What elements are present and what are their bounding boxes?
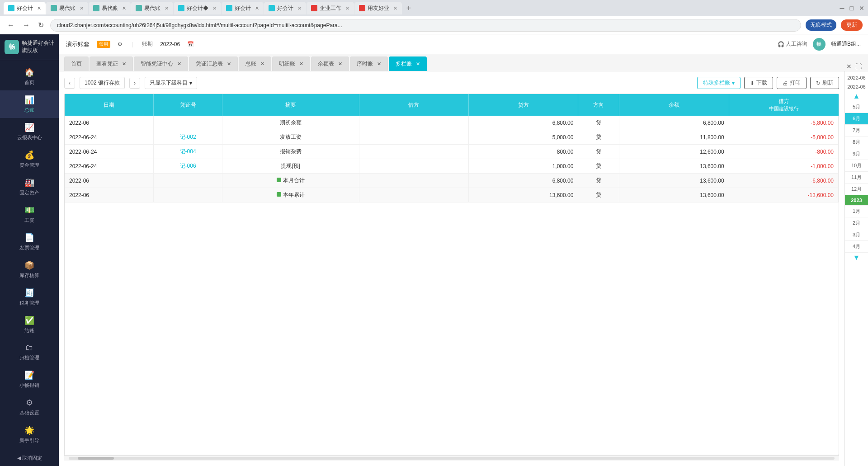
sidebar-item-salary[interactable]: 💵 工资 — [0, 201, 59, 228]
tab-yonyou[interactable]: 用友好业 ✕ — [354, 2, 402, 14]
tab-close-icon[interactable]: ✕ — [299, 61, 303, 67]
tab-haokuaiji-5[interactable]: 好会计 ✕ — [222, 2, 264, 14]
special-column-button[interactable]: 特殊多栏账 ▾ — [697, 77, 741, 89]
tab-voucher-summary[interactable]: 凭证汇总表 ✕ — [189, 56, 238, 71]
tab-close-btn[interactable]: ✕ — [165, 5, 169, 11]
account-selector[interactable]: 1002 银行存款 — [80, 77, 125, 89]
collapse-panel-button[interactable]: ✕ — [845, 62, 853, 71]
tab-close-btn[interactable]: ✕ — [297, 5, 302, 11]
tab-haokuaiji-4[interactable]: 好会计◆ ✕ — [174, 2, 221, 14]
month-item[interactable]: 10月 — [845, 160, 868, 172]
tab-sequence-ledger[interactable]: 序时账 ✕ — [350, 56, 388, 71]
tab-haokuaiji-active[interactable]: 好会计 ✕ — [4, 2, 46, 14]
month-item[interactable]: 11月 — [845, 172, 868, 184]
sidebar-item-expense[interactable]: 📝 小畅报销 — [0, 366, 59, 393]
tab-close-icon[interactable]: ✕ — [416, 61, 420, 67]
tab-general-ledger[interactable]: 总账 ✕ — [239, 56, 271, 71]
sidebar-item-invoice[interactable]: 📄 发票管理 — [0, 228, 59, 256]
url-input[interactable]: cloud2.chanjet.com/accounting/uh26t264j5… — [50, 19, 801, 32]
sidebar-item-home[interactable]: 🏠 首页 — [0, 63, 59, 90]
tab-close-icon[interactable]: ✕ — [227, 61, 231, 67]
tab-detail-ledger[interactable]: 明细账 ✕ — [272, 56, 310, 71]
tab-view-voucher[interactable]: 查看凭证 ✕ — [90, 56, 133, 71]
tab-multi-column[interactable]: 多栏账 ✕ — [389, 56, 427, 71]
button-label: 特殊多栏账 — [703, 79, 730, 87]
calendar-icon[interactable]: 📅 — [187, 41, 194, 47]
pin-button[interactable]: ◀ 取消固定 — [2, 455, 57, 461]
tab-close-icon[interactable]: ✕ — [122, 61, 126, 67]
prev-account-button[interactable]: ‹ — [64, 78, 75, 89]
scroll-thumb[interactable] — [78, 457, 114, 460]
month-item[interactable]: 2月 — [845, 217, 868, 229]
download-icon: ⬇ — [750, 80, 755, 86]
sidebar-item-close-books[interactable]: ✅ 结账 — [0, 311, 59, 339]
tab-yidaizhang-1[interactable]: 易代账 ✕ — [46, 2, 88, 14]
tab-close-btn[interactable]: ✕ — [345, 5, 349, 11]
month-item[interactable]: 4月 — [845, 241, 868, 253]
next-account-button[interactable]: › — [129, 78, 140, 89]
tab-close-btn[interactable]: ✕ — [212, 5, 217, 11]
filter-dropdown[interactable]: 只显示下级科目 ▾ — [145, 77, 197, 89]
voucher-link[interactable]: 记-002 — [180, 134, 196, 140]
month-item[interactable]: 3月 — [845, 229, 868, 241]
tab-balance-table[interactable]: 余额表 ✕ — [311, 56, 349, 71]
tab-close-btn[interactable]: ✕ — [255, 5, 259, 11]
sidebar-item-tax[interactable]: 🧾 税务管理 — [0, 283, 59, 311]
update-button[interactable]: 更新 — [841, 19, 863, 31]
sidebar-item-settings[interactable]: ⚙ 基础设置 — [0, 393, 59, 421]
sidebar-item-archive[interactable]: 🗂 归档管理 — [0, 339, 59, 366]
sidebar-item-inventory[interactable]: 📦 库存核算 — [0, 256, 59, 283]
download-button[interactable]: ⬇ 下载 — [744, 77, 773, 89]
refresh-button[interactable]: ↻ 刷新 — [810, 77, 839, 89]
tab-haokuaiji-6[interactable]: 好会计 ✕ — [264, 2, 306, 14]
cell-voucher[interactable]: 记-002 — [154, 130, 222, 145]
month-item[interactable]: 2023 — [845, 195, 868, 206]
tab-home[interactable]: 首页 — [64, 56, 89, 71]
tab-smart-voucher[interactable]: 智能凭证中心 ✕ — [134, 56, 188, 71]
scroll-down-button[interactable]: ▼ — [852, 253, 861, 263]
tab-close-icon[interactable]: ✕ — [260, 61, 264, 67]
cell-voucher[interactable]: 记-004 — [154, 145, 222, 159]
tab-close-icon[interactable]: ✕ — [338, 61, 342, 67]
tab-close-icon[interactable]: ✕ — [177, 61, 181, 67]
month-item[interactable]: 6月 — [845, 113, 868, 125]
maximize-button[interactable]: □ — [850, 5, 854, 12]
refresh-button[interactable]: ↻ — [36, 19, 46, 31]
month-item[interactable]: 1月 — [845, 206, 868, 217]
tab-yidaizhang-3[interactable]: 易代账 ✕ — [131, 2, 173, 14]
tab-close-btn[interactable]: ✕ — [393, 5, 397, 11]
month-item[interactable]: 5月 — [845, 101, 868, 113]
cell-voucher[interactable]: 记-006 — [154, 159, 222, 174]
user-avatar[interactable]: 畅 — [813, 38, 826, 51]
forward-button[interactable]: → — [21, 19, 32, 31]
horizontal-scrollbar[interactable] — [64, 455, 839, 461]
month-item[interactable]: 7月 — [845, 125, 868, 137]
consult-button[interactable]: 🎧 人工咨询 — [778, 40, 807, 48]
scroll-up-button[interactable]: ▲ — [852, 91, 861, 101]
wuhen-mode-button[interactable]: 无痕模式 — [806, 19, 836, 31]
tab-close-btn[interactable]: ✕ — [80, 5, 84, 11]
month-item[interactable]: 12月 — [845, 184, 868, 195]
month-item[interactable]: 9月 — [845, 148, 868, 160]
new-tab-button[interactable]: + — [402, 2, 415, 14]
voucher-link[interactable]: 记-004 — [180, 148, 196, 155]
sidebar-item-reports[interactable]: 📈 云报表中心 — [0, 118, 59, 146]
sidebar-item-ledger[interactable]: 📊 总账 — [0, 90, 59, 118]
print-button[interactable]: 🖨 打印 — [777, 77, 807, 89]
back-button[interactable]: ← — [5, 19, 16, 31]
voucher-link[interactable]: 记-006 — [180, 163, 196, 169]
expand-panel-button[interactable]: ⛶ — [854, 62, 863, 71]
tab-close-icon[interactable]: ✕ — [377, 61, 381, 67]
cell-credit: 6,800.00 — [469, 174, 578, 188]
tab-close-btn[interactable]: ✕ — [122, 5, 126, 11]
sidebar-item-funds[interactable]: 💰 资金管理 — [0, 146, 59, 173]
tab-enterprise[interactable]: 企业工作 ✕ — [307, 2, 354, 14]
tab-yidaizhang-2[interactable]: 易代账 ✕ — [89, 2, 131, 14]
sidebar-item-fixed-assets[interactable]: 🏭 固定资产 — [0, 173, 59, 201]
sidebar-item-guide[interactable]: 🌟 新手引导 — [0, 421, 59, 448]
close-window-button[interactable]: ✕ — [859, 5, 864, 12]
settings-icon[interactable]: ⚙ — [118, 41, 123, 47]
tab-close-btn[interactable]: ✕ — [37, 5, 41, 11]
minimize-button[interactable]: ─ — [840, 5, 844, 12]
month-item[interactable]: 8月 — [845, 137, 868, 148]
